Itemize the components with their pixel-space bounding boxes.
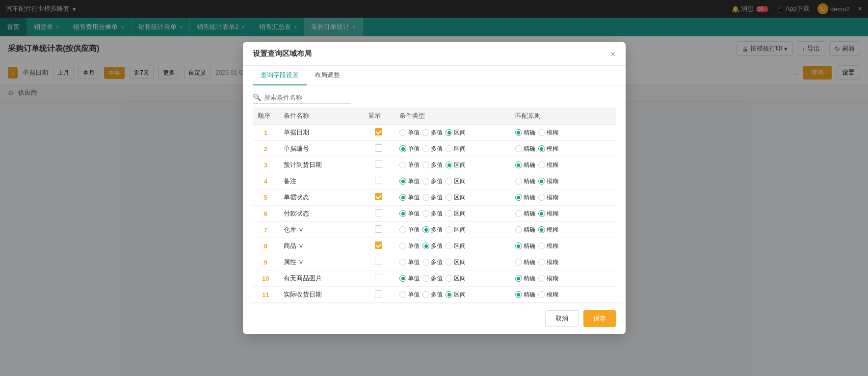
settings-dialog: 设置查询区域布局 × 查询字段设置 布局调整 🔍 顺序 [243, 42, 626, 102]
dialog-title: 设置查询区域布局 [253, 49, 312, 58]
modal-overlay: 设置查询区域布局 × 查询字段设置 布局调整 🔍 顺序 [0, 0, 868, 102]
dialog-tab-layout[interactable]: 布局调整 [307, 66, 348, 85]
dialog-header: 设置查询区域布局 × [243, 42, 626, 66]
dialog-tabs: 查询字段设置 布局调整 [243, 66, 626, 85]
search-input-wrap[interactable]: 🔍 [253, 91, 351, 102]
dialog-search-area: 🔍 [243, 85, 626, 102]
dialog-tab-layout-label: 布局调整 [315, 71, 340, 79]
dialog-tab-fields[interactable]: 查询字段设置 [253, 66, 307, 85]
dialog-tab-fields-label: 查询字段设置 [261, 71, 299, 79]
search-icon: 🔍 [253, 93, 261, 101]
search-input[interactable] [264, 94, 342, 101]
dialog-close-btn[interactable]: × [610, 50, 616, 58]
